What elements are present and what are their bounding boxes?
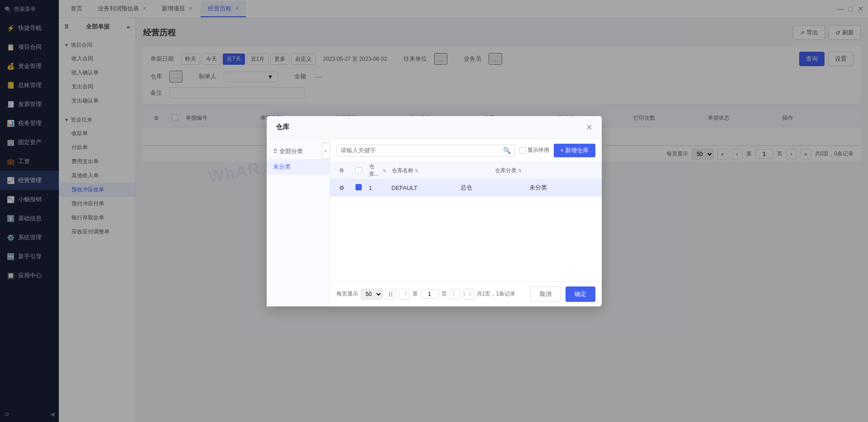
modal-panel-collapse-btn[interactable]: « [322,143,330,159]
modal-last-page-btn[interactable]: 〉〉 [463,289,474,300]
modal-col-no-header: 仓库... ⇅ [366,163,389,178]
modal-toolbar: 🔍 显示停用 + 新增仓库 [330,139,602,162]
grid-icon: ⠿ [273,148,278,155]
modal-header: 仓库 ✕ [267,116,602,139]
modal-table: ⚙ 仓库... ⇅ 仓库名称 ⇅ 仓库分类 ⇅ [330,162,602,281]
modal-body: ⠿ 全部分类 未分类 « 🔍 显示停用 + 新增仓库 [267,139,602,306]
row-checkbox[interactable] [355,184,362,190]
settings-icon: ⚙ [339,167,344,174]
modal-col-category-header: 仓库分类 ⇅ [492,167,595,175]
modal-close-btn[interactable]: ✕ [586,122,593,132]
sort-category-icon: ⇅ [518,168,522,173]
modal-prev-page-btn[interactable]: 〈 [399,289,410,300]
row-settings-icon: ⚙ [339,184,345,191]
modal-search-icon: 🔍 [503,147,511,154]
modal-confirm-btn[interactable]: 确定 [566,286,595,302]
modal-left-panel: ⠿ 全部分类 未分类 « [267,139,330,306]
modal-page-suffix: 页 [441,290,447,298]
modal-search-wrap: 🔍 [336,145,515,156]
modal-per-page-label: 每页显示 [336,290,358,298]
modal-row-code: DEFAULT [389,184,458,191]
modal-per-page-select[interactable]: 50 [361,289,383,300]
modal-footer: 每页显示 50 ⟨⟨ 〈 算 页 〉 〉〉 共1页，1条记录 取消 确定 [330,281,602,306]
modal-page-label: 算 [412,290,418,298]
modal-row-name: 总仓 [458,184,527,192]
sort-name-icon: ⇅ [415,168,418,173]
show-disabled-wrap: 显示停用 [519,146,549,154]
modal-col-check-header [353,167,366,174]
modal-row-settings: ⚙ [336,184,353,191]
modal-row-no: 1 [366,184,389,191]
modal-col-name-header: 仓库名称 ⇅ [389,167,492,175]
modal-row-category: 未分类 [527,184,595,192]
sort-no-icon: ⇅ [383,168,386,173]
modal-table-header: ⚙ 仓库... ⇅ 仓库名称 ⇅ 仓库分类 ⇅ [330,162,602,179]
show-disabled-checkbox[interactable] [519,147,526,154]
show-disabled-label: 显示停用 [528,146,549,154]
modal-all-category[interactable]: ⠿ 全部分类 [267,144,330,159]
modal-search-input[interactable] [340,147,504,154]
modal-total-text: 共1页，1条记录 [477,290,515,298]
modal-page-input[interactable] [421,289,439,299]
modal-title: 仓库 [276,123,289,131]
modal-pagination: 每页显示 50 ⟨⟨ 〈 算 页 〉 〉〉 共1页，1条记录 [336,289,515,300]
modal-first-page-btn[interactable]: ⟨⟨ [385,289,396,300]
modal-next-page-btn[interactable]: 〉 [450,289,460,300]
modal-row-check [353,184,366,192]
warehouse-modal: 仓库 ✕ ⠿ 全部分类 未分类 « 🔍 显示 [267,116,602,306]
modal-category-unclassified[interactable]: 未分类 [267,159,330,175]
modal-table-row[interactable]: ⚙ 1 DEFAULT 总仓 未分类 [330,179,602,197]
modal-action-buttons: 取消 确定 [530,286,595,302]
add-warehouse-btn[interactable]: + 新增仓库 [554,144,595,157]
modal-cancel-btn[interactable]: 取消 [530,286,561,302]
modal-col-settings-header: ⚙ [336,167,353,174]
modal-right-panel: 🔍 显示停用 + 新增仓库 ⚙ 仓库.. [330,139,602,306]
modal-select-all[interactable] [355,167,362,174]
